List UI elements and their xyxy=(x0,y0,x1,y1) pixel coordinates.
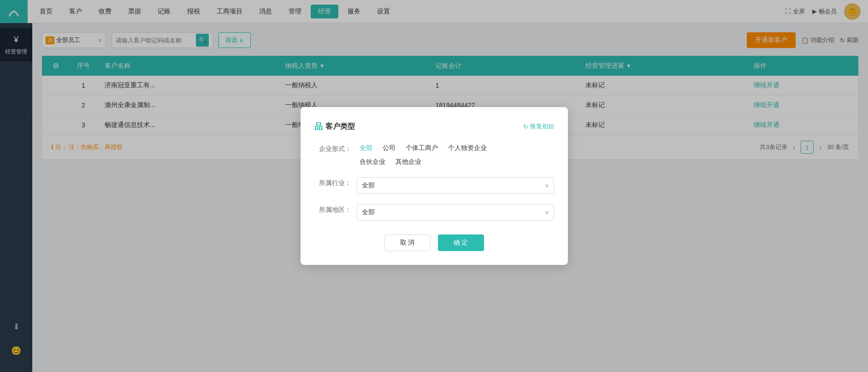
reset-label: 恢复初始 xyxy=(530,122,554,131)
cancel-button[interactable]: 取 消 xyxy=(384,234,431,251)
enterprise-options-group: 全部 公司 个体工商户 个人独资企业 xyxy=(357,143,554,153)
industry-label: 所属行业： xyxy=(314,177,351,187)
region-arrow-icon: ∨ xyxy=(545,209,549,216)
reset-icon: ↻ xyxy=(523,123,528,130)
enterprise-form-options: 全部 公司 个体工商户 个人独资企业 合伙企业 其他企业 xyxy=(357,143,554,167)
modal-header: 品 客户类型 ↻ 恢复初始 xyxy=(314,121,554,132)
industry-value: 全部 xyxy=(362,181,375,190)
enterprise-form-row: 企业形式： 全部 公司 个体工商户 个人独资企业 合伙企业 其他企业 xyxy=(314,143,554,167)
industry-select-wrap: 全部 ∨ xyxy=(357,177,554,194)
option-individual[interactable]: 个体工商户 xyxy=(403,143,441,153)
region-value: 全部 xyxy=(362,208,375,216)
region-select[interactable]: 全部 ∨ xyxy=(357,204,554,221)
region-select-wrap: 全部 ∨ xyxy=(357,204,554,221)
option-partnership[interactable]: 合伙企业 xyxy=(357,157,388,167)
region-label: 所属地区： xyxy=(314,204,351,214)
enterprise-form-label: 企业形式： xyxy=(314,143,351,153)
region-row: 所属地区： 全部 ∨ xyxy=(314,204,554,221)
industry-arrow-icon: ∨ xyxy=(545,182,549,189)
industry-row: 所属行业： 全部 ∨ xyxy=(314,177,554,194)
option-company[interactable]: 公司 xyxy=(380,143,398,153)
modal-footer: 取 消 确 定 xyxy=(314,234,554,251)
filter-modal: 品 客户类型 ↻ 恢复初始 企业形式： 全部 公司 个体工商户 个人独资企业 合… xyxy=(301,107,568,265)
reset-button[interactable]: ↻ 恢复初始 xyxy=(523,122,554,131)
enterprise-options-group2: 合伙企业 其他企业 xyxy=(357,157,554,167)
option-all[interactable]: 全部 xyxy=(357,143,375,153)
confirm-button[interactable]: 确 定 xyxy=(438,234,484,251)
option-sole[interactable]: 个人独资企业 xyxy=(445,143,490,153)
modal-title-text: 客户类型 xyxy=(325,122,355,132)
modal-title-icon: 品 xyxy=(314,121,323,132)
option-other[interactable]: 其他企业 xyxy=(393,157,424,167)
modal-title: 品 客户类型 xyxy=(314,121,520,132)
industry-select[interactable]: 全部 ∨ xyxy=(357,177,554,194)
